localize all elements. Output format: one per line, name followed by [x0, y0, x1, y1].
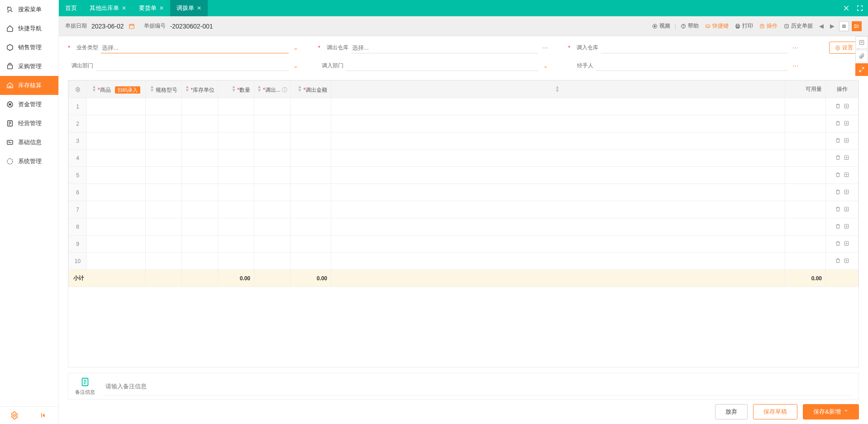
- sidebar-item-sales[interactable]: 销售管理: [0, 38, 58, 57]
- add-row-icon[interactable]: [844, 258, 849, 264]
- col-out-price[interactable]: ▲▼*调出... ⓘ: [254, 81, 291, 98]
- out-warehouse-input[interactable]: [351, 42, 538, 53]
- biz-type-input[interactable]: [101, 42, 289, 53]
- delete-row-icon[interactable]: [835, 206, 841, 212]
- save-new-button[interactable]: 保存&新增 ⌃: [803, 404, 859, 419]
- more-icon[interactable]: ⋯: [791, 62, 800, 69]
- out-warehouse-field[interactable]: * 调出仓库 ⋯: [318, 42, 550, 54]
- save-draft-button[interactable]: 保存草稿: [753, 404, 797, 419]
- more-icon[interactable]: ⋯: [540, 44, 550, 51]
- tab-requisition[interactable]: 要货单 ✕: [133, 0, 170, 16]
- tab-other-outbound[interactable]: 其他出库单 ✕: [83, 0, 133, 16]
- sidebar-item-search-menu[interactable]: 搜索菜单: [0, 0, 58, 19]
- rail-detail-icon[interactable]: [855, 36, 868, 49]
- table-row[interactable]: 4: [69, 150, 858, 167]
- sidebar-item-baseinfo[interactable]: 基础信息: [0, 133, 58, 152]
- sidebar-item-purchase[interactable]: 采购管理: [0, 57, 58, 76]
- tab-transfer[interactable]: 调拨单 ✕: [170, 0, 208, 16]
- video-link[interactable]: 视频: [650, 22, 672, 30]
- table-row[interactable]: 2: [69, 115, 858, 132]
- out-dept-field[interactable]: 调出部门 ⌄: [68, 60, 300, 71]
- remarks-input[interactable]: [104, 377, 853, 396]
- delete-row-icon[interactable]: [835, 137, 841, 143]
- rail-expand-icon[interactable]: [855, 63, 868, 76]
- add-row-icon[interactable]: [844, 172, 849, 178]
- date-value[interactable]: 2023-06-02: [91, 23, 124, 30]
- col-gear[interactable]: [69, 81, 87, 98]
- col-unit[interactable]: ▲▼*库存单位: [182, 81, 218, 98]
- table-row[interactable]: 5: [69, 167, 858, 184]
- help-icon[interactable]: ⓘ: [282, 87, 287, 93]
- table-row[interactable]: 9: [69, 236, 858, 253]
- sidebar-item-quick-nav[interactable]: 快捷导航: [0, 19, 58, 38]
- collapse-sidebar-icon[interactable]: [40, 411, 48, 419]
- add-row-icon[interactable]: [844, 189, 849, 195]
- sidebar-item-system[interactable]: 系统管理: [0, 152, 58, 171]
- table-row[interactable]: 10: [69, 253, 858, 270]
- add-row-icon[interactable]: [844, 155, 849, 160]
- col-qty[interactable]: ▲▼*数量: [218, 81, 254, 98]
- col-product[interactable]: ▲▼*商品 扫码录入: [87, 81, 146, 98]
- scan-tag[interactable]: 扫码录入: [115, 86, 140, 94]
- close-icon[interactable]: ✕: [122, 5, 126, 11]
- delete-row-icon[interactable]: [835, 223, 841, 229]
- sidebar-item-business[interactable]: 经营管理: [0, 114, 58, 133]
- biz-type-field[interactable]: * 业务类型 ⌄: [68, 42, 300, 54]
- table-row[interactable]: 6: [69, 184, 858, 201]
- delete-row-icon[interactable]: [835, 103, 841, 109]
- settings-button[interactable]: 设置: [829, 42, 859, 54]
- delete-row-icon[interactable]: [835, 258, 841, 264]
- chevron-down-icon[interactable]: ⌄: [291, 62, 300, 69]
- col-available[interactable]: 可用量: [785, 81, 826, 98]
- delete-row-icon[interactable]: [835, 155, 841, 160]
- more-icon[interactable]: ⋯: [791, 44, 800, 51]
- delete-row-icon[interactable]: [835, 172, 841, 178]
- rail-attach-icon[interactable]: [855, 50, 868, 62]
- delete-row-icon[interactable]: [835, 189, 841, 195]
- tab-home[interactable]: 首页: [59, 0, 83, 16]
- close-icon[interactable]: ✕: [197, 5, 201, 11]
- table-row[interactable]: 7: [69, 201, 858, 218]
- table-row[interactable]: 1: [69, 98, 858, 115]
- handler-input[interactable]: [596, 60, 788, 71]
- close-all-tabs-button[interactable]: [840, 2, 853, 14]
- col-spec[interactable]: ▲▼规格型号: [146, 81, 182, 98]
- add-row-icon[interactable]: [844, 240, 849, 246]
- history-link[interactable]: 历史单据: [782, 22, 815, 30]
- add-row-icon[interactable]: [844, 223, 849, 229]
- delete-row-icon[interactable]: [835, 240, 841, 246]
- shortcut-link[interactable]: 快捷键: [703, 22, 730, 30]
- in-dept-input[interactable]: [346, 60, 539, 71]
- add-row-icon[interactable]: [844, 137, 849, 143]
- close-icon[interactable]: ✕: [159, 5, 164, 11]
- chevron-down-icon[interactable]: ⌄: [541, 62, 550, 69]
- calendar-icon[interactable]: [129, 23, 135, 29]
- next-doc-button[interactable]: ▶: [828, 23, 836, 29]
- chevron-down-icon[interactable]: ⌄: [291, 44, 300, 51]
- out-dept-input[interactable]: [96, 60, 289, 71]
- handler-field[interactable]: 经手人 ⋯: [568, 60, 800, 71]
- remarks-label: 备注信息: [75, 389, 95, 396]
- gear-icon[interactable]: [10, 411, 19, 419]
- col-amount[interactable]: ▲▼*调出金额: [291, 81, 331, 98]
- in-dept-field[interactable]: 调入部门 ⌄: [318, 60, 550, 71]
- print-link[interactable]: 打印: [733, 22, 755, 30]
- view-detail-button[interactable]: [852, 21, 862, 31]
- sidebar-item-funds[interactable]: 资金管理: [0, 95, 58, 114]
- add-row-icon[interactable]: [844, 103, 849, 109]
- table-row[interactable]: 3: [69, 132, 858, 150]
- sidebar-item-inventory[interactable]: 库存核算: [0, 76, 58, 95]
- table-row[interactable]: 8: [69, 218, 858, 236]
- in-warehouse-input[interactable]: [601, 42, 788, 53]
- add-row-icon[interactable]: [844, 120, 849, 126]
- help-link[interactable]: 帮助: [679, 22, 701, 30]
- fullscreen-button[interactable]: [854, 2, 866, 14]
- in-warehouse-field[interactable]: * 调入仓库 ⋯: [568, 42, 800, 54]
- add-row-icon[interactable]: [844, 206, 849, 212]
- delete-row-icon[interactable]: [835, 120, 841, 126]
- view-list-button[interactable]: [839, 21, 849, 31]
- docno-value: -20230602-001: [170, 23, 213, 30]
- operate-link[interactable]: 操作: [758, 22, 779, 30]
- prev-doc-button[interactable]: ◀: [817, 23, 825, 29]
- discard-button[interactable]: 放弃: [715, 404, 748, 419]
